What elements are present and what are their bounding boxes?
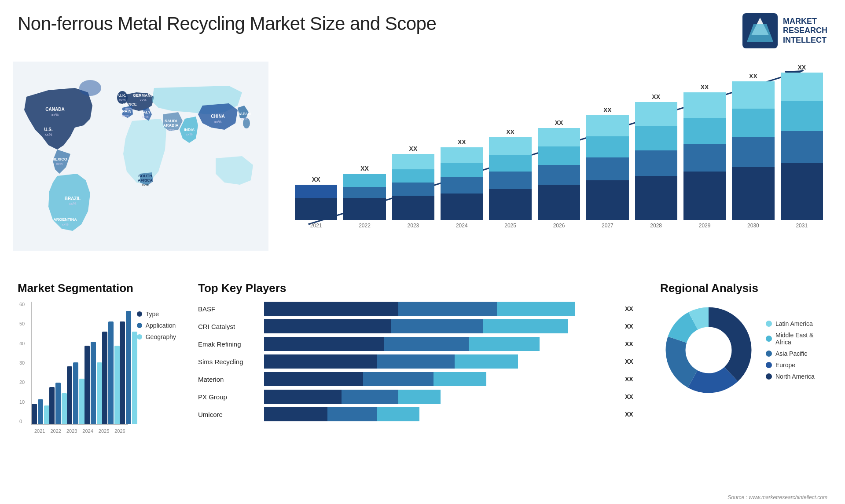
legend-geo-label: Geography [146,333,176,340]
seg-x-axis: 2021 2022 2023 2024 2025 2026 [32,428,128,434]
logo-text: MARKET RESEARCH INTELLECT [783,17,827,45]
reg-label-asia: Asia Pacific [775,350,807,357]
legend-type: Type [137,310,176,318]
reg-label-latin: Latin America [775,320,813,327]
svg-text:xx%: xx% [69,201,76,206]
svg-text:xx%: xx% [122,114,129,118]
reg-label-mea: Middle East &Africa [775,332,813,346]
legend-type-dot [137,311,142,317]
reg-dot-asia [766,351,772,357]
seg-bar-type [32,404,37,424]
regional-title: Regional Analysis [660,281,827,295]
players-list: BASF XX CRI Catalyst XX [198,302,638,421]
section-bottom: Market Segmentation 60 50 40 30 20 10 0 [0,273,845,484]
seg-bar-app [38,399,43,424]
seg-group-2025 [102,321,120,424]
player-name-px: PX Group [198,393,260,401]
legend-type-label: Type [146,310,159,318]
svg-text:ARABIA: ARABIA [163,123,179,128]
svg-text:BRAZIL: BRAZIL [65,196,81,201]
world-map-svg: CANADA xx% U.S. xx% MEXICO xx% BRAZIL xx… [13,62,268,251]
svg-text:ITALY: ITALY [140,110,151,114]
year-2025: 2025 [504,223,516,229]
player-bar-cri [264,319,617,333]
map-section: CANADA xx% U.S. xx% MEXICO xx% BRAZIL xx… [0,53,273,273]
player-bar-px [264,390,617,404]
year-2024: 2024 [456,223,468,229]
donut-chart [660,302,757,398]
player-val-sims: XX [625,358,638,365]
player-row-emak: Emak Refining XX [198,337,638,351]
svg-text:SOUTH: SOUTH [138,174,152,178]
player-val-emak: XX [625,340,638,347]
bar-label-2028: XX [652,93,660,100]
svg-text:MEXICO: MEXICO [51,157,67,161]
bar-label-2026: XX [555,119,563,126]
year-2022: 2022 [359,223,371,229]
legend-app-dot [137,323,142,328]
player-row-px: PX Group XX [198,390,638,404]
player-val-px: XX [625,393,638,400]
bar-chart-section: XX 2021 XX 2022 [273,53,845,273]
logo-icon [742,13,778,48]
seg-group-2026 [120,311,137,424]
player-name-materion: Materion [198,376,260,383]
year-2028: 2028 [650,223,662,229]
segmentation-chart: 60 50 40 30 20 10 0 [18,302,176,425]
svg-text:xx%: xx% [62,223,68,226]
reg-asia-pacific: Asia Pacific [766,350,815,357]
bar-label-2021: XX [312,176,320,183]
player-bar-materion [264,372,617,386]
player-name-umicore: Umicore [198,411,260,418]
reg-latin-america: Latin America [766,320,815,327]
svg-text:JAPAN: JAPAN [238,112,251,116]
svg-text:xx%: xx% [56,162,62,166]
svg-text:xx%: xx% [167,128,174,132]
player-val-materion: XX [625,376,638,383]
legend-application: Application [137,322,176,329]
logo-line1: MARKET [783,17,827,26]
svg-text:FRANCE: FRANCE [120,102,137,106]
bar-label-2027: XX [603,106,612,113]
svg-text:xx%: xx% [186,132,192,136]
player-bar-sims [264,354,617,369]
legend-geo-dot [137,334,142,340]
player-val-cri: XX [625,323,638,330]
svg-text:AFRICA: AFRICA [138,178,153,183]
svg-text:xx%: xx% [140,98,146,102]
year-2027: 2027 [602,223,614,229]
svg-text:CHINA: CHINA [211,114,225,119]
player-row-materion: Materion XX [198,372,638,386]
player-row-sims: Sims Recycling XX [198,354,638,369]
regional-section: Regional Analysis Latin America [656,277,832,479]
seg-group-2022 [49,383,67,424]
year-2026: 2026 [553,223,565,229]
header: Non-ferrous Metal Recycling Market Size … [0,0,845,48]
svg-point-46 [686,327,731,373]
svg-text:xx%: xx% [142,183,148,187]
seg-group-2021 [32,399,49,424]
reg-label-europe: Europe [775,362,795,369]
legend-app-label: Application [146,322,176,329]
player-row-umicore: Umicore XX [198,407,638,421]
reg-dot-na [766,373,772,380]
bar-label-2023: XX [409,145,418,152]
bar-label-2030: XX [749,73,757,80]
svg-text:ARGENTINA: ARGENTINA [53,217,77,222]
svg-text:xx%: xx% [241,117,247,121]
svg-text:xx%: xx% [214,120,221,124]
year-2031: 2031 [796,223,808,229]
seg-y-axis: 60 50 40 30 20 10 0 [19,302,25,424]
bar-label-2029: XX [701,84,709,91]
player-bar-umicore [264,407,617,421]
svg-text:SPAIN: SPAIN [120,109,132,113]
svg-text:xx%: xx% [51,113,59,117]
logo-line3: INTELLECT [783,36,827,45]
year-2029: 2029 [699,223,711,229]
player-name-cri: CRI Catalyst [198,323,260,330]
seg-bars-container [32,302,128,424]
svg-text:INDIA: INDIA [184,128,195,132]
reg-middle-east: Middle East &Africa [766,332,815,346]
player-val-basf: XX [625,305,638,312]
year-2023: 2023 [408,223,419,229]
